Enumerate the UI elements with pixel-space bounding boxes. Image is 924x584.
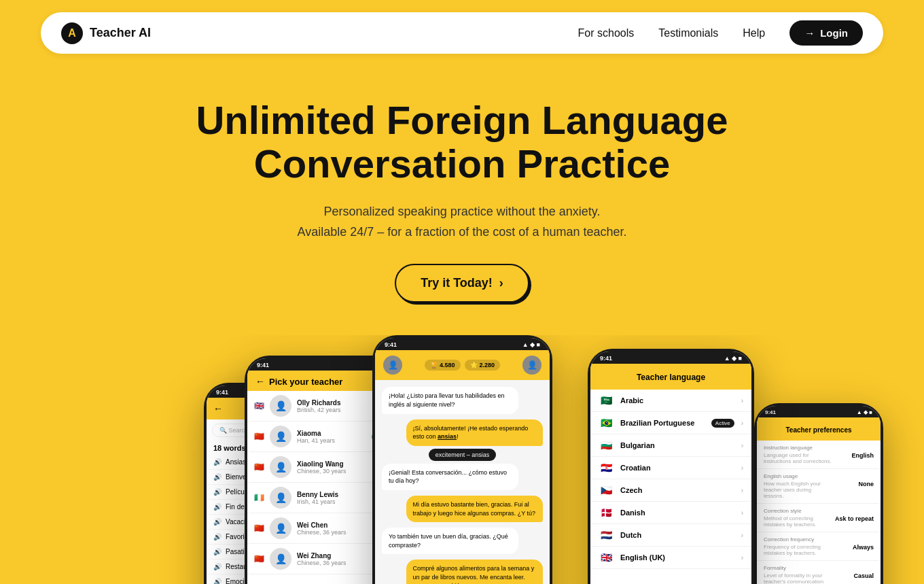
language-name: Bulgarian [620, 441, 734, 449]
speaker-icon[interactable]: 🔊 [213, 548, 221, 555]
nav-testimonials[interactable]: Testimonials [658, 27, 718, 39]
language-name: Dutch [620, 531, 734, 539]
pref-value: Frequency of correcting mistakes by teac… [764, 544, 874, 556]
language-name: Croatian [620, 464, 734, 472]
chevron-icon: › [741, 419, 743, 427]
nav-for-schools[interactable]: For schools [578, 27, 635, 39]
nav-links: For schools Testimonials Help → Login [578, 20, 863, 46]
score-badge-2: ⭐ 2.280 [465, 360, 501, 371]
speaker-icon[interactable]: 🔊 [213, 578, 221, 584]
language-list: 🇸🇦 Arabic › 🇧🇷 Brazilian Portuguese Acti… [590, 390, 751, 569]
pref-sublabel: Language used for instructions and corre… [764, 452, 832, 464]
preferences-header: Teacher preferences [757, 417, 881, 441]
language-list-header: Teacher language [590, 364, 751, 390]
language-item[interactable]: 🇸🇦 Arabic › [590, 390, 751, 412]
status-bar-pref: 9:41 ▲ ◆ ■ [757, 406, 881, 417]
language-name: Czech [620, 486, 734, 494]
flag-icon: 🇳🇱 [599, 530, 614, 540]
chat-message: Yo también tuve un buen día, gracias. ¿Q… [382, 528, 518, 554]
pref-sublabel: Frequency of correcting mistakes by teac… [764, 544, 832, 556]
navbar: A Teacher AI For schools Testimonials He… [41, 12, 883, 54]
logo[interactable]: A Teacher AI [61, 22, 151, 44]
avatar: 👤 [270, 456, 291, 478]
pref-label: Instruction language [764, 445, 874, 451]
language-item[interactable]: 🇩🇰 Danish › [590, 502, 751, 524]
pref-label: Correction frequency [764, 536, 874, 543]
cta-button[interactable]: Try it Today! › [395, 264, 529, 303]
login-arrow-icon: → [804, 27, 815, 39]
hero-section: Unlimited Foreign Language Conversation … [0, 66, 924, 303]
speaker-icon[interactable]: 🔊 [213, 473, 221, 481]
language-item[interactable]: 🇧🇬 Bulgarian › [590, 434, 751, 457]
pref-sublabel: Level of formality in your teacher's com… [764, 572, 832, 584]
nav-help[interactable]: Help [743, 27, 765, 39]
pref-setting: English [851, 452, 874, 464]
chat-message: Compré algunos alimentos para la semana … [406, 560, 543, 584]
pref-label: Correction style [764, 508, 874, 514]
flag-icon: 🇧🇬 [599, 440, 614, 451]
flag-icon: 🇮🇪 [254, 493, 264, 502]
phone-languages: 9:41 ▲ ◆ ■ Teacher language 🇸🇦 Arabic › … [588, 349, 754, 584]
preference-item: Correction style Method of correcting mi… [757, 504, 881, 532]
preference-item: English usage How much English your teac… [757, 469, 881, 504]
teacher-info: Xiaoma Han, 41 years [297, 430, 366, 444]
language-item[interactable]: 🇨🇿 Czech › [590, 479, 751, 502]
hero-subtitle1: Personalized speaking practice without t… [14, 202, 910, 222]
preferences-list: Instruction language Language used for i… [757, 441, 881, 584]
pref-setting: None [859, 481, 874, 499]
chevron-icon: › [741, 532, 743, 539]
flag-icon: 🇨🇳 [254, 462, 264, 472]
flag-icon: 🇨🇳 [254, 432, 264, 441]
score-badge-1: 🏆 4.580 [425, 360, 461, 371]
preference-item: Formality Level of formality in your tea… [757, 561, 881, 584]
teacher-avatar-conv: 👤 [383, 356, 402, 375]
active-badge: Active [711, 419, 734, 428]
language-name: Arabic [620, 396, 734, 405]
chevron-icon: › [741, 487, 743, 494]
user-avatar-conv: 👤 [522, 356, 541, 375]
language-name: Brazilian Portuguese [620, 419, 705, 427]
flag-icon: 🇧🇷 [599, 417, 614, 428]
flag-icon: 🇨🇳 [254, 554, 264, 564]
phone-conversation: 9:41 ▲ ◆ ■ 👤 🏆 4.580 ⭐ 2.280 👤 ¡Hola [372, 335, 552, 584]
chat-message: ¡Sí, absolutamente! ¡He estado esperando… [406, 419, 543, 446]
login-button[interactable]: → Login [789, 20, 863, 46]
language-name: English (UK) [620, 553, 734, 562]
logo-icon: A [61, 22, 83, 44]
speaker-icon[interactable]: 🔊 [213, 458, 221, 466]
speaker-icon[interactable]: 🔊 [213, 533, 221, 540]
preference-item: Instruction language Language used for i… [757, 441, 881, 469]
flag-icon: 🇨🇿 [599, 485, 614, 496]
avatar: 👤 [270, 395, 291, 417]
flag-icon: 🇬🇧 [599, 552, 614, 563]
language-item[interactable]: 🇧🇷 Brazilian Portuguese Active › [590, 412, 751, 434]
pref-value: Method of correcting mistakes by teacher… [764, 515, 874, 528]
flag-icon: 🇩🇰 [599, 507, 614, 518]
flag-icon: 🇭🇷 [599, 462, 614, 473]
language-item[interactable]: 🇳🇱 Dutch › [590, 524, 751, 547]
speaker-icon[interactable]: 🔊 [213, 518, 221, 526]
speaker-icon[interactable]: 🔊 [213, 503, 221, 511]
flag-icon: 🇸🇦 [599, 395, 614, 406]
pref-value: How much English your teacher uses durin… [764, 481, 874, 499]
phone-preferences: 9:41 ▲ ◆ ■ Teacher preferences Instructi… [754, 403, 883, 584]
chevron-icon: › [741, 554, 743, 562]
pref-sublabel: How much English your teacher uses durin… [764, 481, 832, 499]
flag-icon: 🇨🇳 [254, 523, 264, 533]
hero-subtitle2: Available 24/7 – for a fraction of the c… [14, 225, 910, 239]
chevron-icon: › [741, 464, 743, 472]
language-item[interactable]: 🇬🇧 English (UK) › [590, 547, 751, 569]
language-item[interactable]: 🇭🇷 Croatian › [590, 457, 751, 479]
back-icon[interactable]: ← [213, 403, 223, 414]
chat-message: excitement – ansias [429, 449, 497, 461]
avatar: 👤 [270, 487, 291, 509]
status-bar-conv: 9:41 ▲ ◆ ■ [375, 338, 550, 350]
pref-label: English usage [764, 473, 874, 479]
back-icon-teachers[interactable]: ← [255, 376, 265, 387]
chevron-icon: › [741, 397, 743, 405]
speaker-icon[interactable]: 🔊 [213, 488, 221, 496]
logo-text: Teacher AI [90, 26, 151, 40]
speaker-icon[interactable]: 🔊 [213, 563, 221, 570]
pref-setting: Always [853, 544, 874, 556]
status-bar-lang: 9:41 ▲ ◆ ■ [590, 351, 751, 364]
